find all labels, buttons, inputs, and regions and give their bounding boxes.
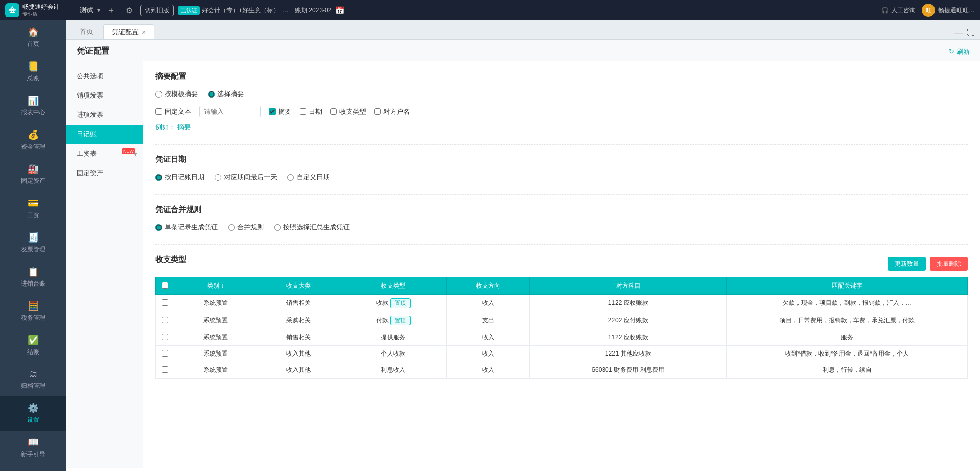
left-nav-sales-invoice[interactable]: 销项发票	[66, 86, 143, 105]
funds-icon: 💰	[28, 129, 39, 140]
cb-fixed-text-input[interactable]	[155, 108, 162, 115]
left-nav-purchase-invoice[interactable]: 进项发票	[66, 105, 143, 125]
sidebar-item-close-period[interactable]: ✅ 结账	[0, 328, 66, 363]
left-nav-fixed-assets[interactable]: 固定资产	[66, 163, 143, 183]
radio-journal-date[interactable]: 按日记账日期	[155, 173, 204, 182]
row-checkbox[interactable]	[162, 350, 168, 357]
workspace-dropdown[interactable]: ▾	[97, 7, 100, 14]
inner-layout: 公共选项 销项发票 进项发票 日记账 工资表 NEW ▾ 固定资产 摘要配置	[66, 61, 980, 468]
username-label: 畅捷通旺旺…	[938, 6, 975, 15]
user-area[interactable]: 旺 畅捷通旺旺…	[922, 4, 975, 17]
row-checkbox[interactable]	[162, 299, 168, 306]
td-type: 收款 置顶	[340, 295, 446, 312]
td-big-type: 销售相关	[257, 329, 340, 346]
th-keywords: 匹配关键字	[727, 277, 968, 295]
td-big-type: 销售相关	[257, 295, 340, 312]
cb-date[interactable]: 日期	[300, 107, 322, 116]
th-subject: 对方科目	[530, 277, 727, 295]
calendar-icon[interactable]: 📅	[335, 6, 344, 14]
radio-period-last[interactable]: 对应期间最后一天	[215, 173, 277, 182]
td-type: 付款 置顶	[340, 312, 446, 329]
top-tag-button[interactable]: 置顶	[390, 316, 411, 325]
cb-fixed-text[interactable]: 固定文本	[155, 107, 191, 116]
sidebar-item-archive[interactable]: 🗂 归档管理	[0, 363, 66, 396]
sidebar-item-label: 进销台账	[21, 279, 45, 288]
td-subject: 2202 应付账款	[530, 312, 727, 329]
sidebar-item-home[interactable]: 🏠 首页	[0, 20, 66, 55]
cb-summary-input[interactable]	[269, 108, 276, 115]
logo: 会 畅捷通好会计 专业版	[5, 3, 72, 18]
radio-template-input[interactable]	[155, 91, 162, 98]
left-nav-payroll[interactable]: 工资表 NEW ▾	[66, 144, 143, 163]
sidebar-item-settings[interactable]: ⚙️ 设置	[0, 396, 66, 431]
sidebar-item-reports[interactable]: 📊 报表中心	[0, 89, 66, 123]
cb-income-type[interactable]: 收支类型	[330, 107, 366, 116]
cb-summary[interactable]: 摘要	[269, 107, 291, 116]
td-subject: 1122 应收账款	[530, 329, 727, 346]
radio-custom-date-input[interactable]	[287, 174, 294, 181]
refresh-button[interactable]: ↻ 刷新	[949, 47, 970, 56]
select-all-checkbox[interactable]	[162, 282, 168, 289]
tab-voucher-config[interactable]: 凭证配置 ×	[103, 24, 154, 39]
purchase-sales-icon: 📋	[28, 266, 39, 277]
merge-rules-title: 凭证合并规则	[155, 205, 968, 215]
radio-select-label: 选择摘要	[217, 89, 244, 99]
cb-income-type-input[interactable]	[330, 108, 337, 115]
left-nav-public[interactable]: 公共选项	[66, 66, 143, 86]
summary-config-section: 摘要配置 按模板摘要 选择摘要	[155, 72, 968, 132]
table-header-row: 收支类型 更新数量 批量删除	[155, 255, 968, 273]
expand-icon[interactable]: ⛶	[967, 28, 975, 37]
divider-1	[155, 144, 968, 145]
sidebar-item-payroll[interactable]: 💳 工资	[0, 192, 66, 226]
sidebar-item-label: 结账	[27, 348, 39, 357]
sidebar-item-tax[interactable]: 🧮 税务管理	[0, 294, 66, 328]
top-tag-button[interactable]: 置顶	[390, 298, 411, 308]
settings-button[interactable]: ⚙	[123, 5, 136, 16]
sidebar-item-label: 设置	[27, 416, 39, 425]
cb-counterpart-name[interactable]: 对方户名	[374, 107, 410, 116]
radio-template[interactable]: 按模板摘要	[155, 89, 198, 99]
sidebar-item-ledger[interactable]: 📒 总账	[0, 55, 66, 89]
add-button[interactable]: ＋	[104, 4, 119, 17]
td-direction: 收入	[447, 295, 530, 312]
radio-period-last-input[interactable]	[215, 174, 221, 181]
radio-single[interactable]: 单条记录生成凭证	[155, 223, 218, 232]
minimize-icon[interactable]: —	[954, 28, 963, 37]
cb-date-input[interactable]	[300, 108, 306, 115]
invoice-icon: 🧾	[28, 232, 39, 243]
radio-summary[interactable]: 按照选择汇总生成凭证	[274, 223, 350, 232]
td-direction: 收入	[447, 329, 530, 346]
consult-button[interactable]: 🎧 人工咨询	[881, 6, 916, 15]
cb-counterpart-name-input[interactable]	[374, 108, 381, 115]
tab-close-icon[interactable]: ×	[142, 28, 146, 36]
batch-delete-button[interactable]: 批量删除	[930, 257, 968, 271]
sidebar-item-fixed-assets[interactable]: 🏭 固定资产	[0, 157, 66, 192]
payroll-icon: 💳	[28, 198, 39, 209]
left-nav: 公共选项 销项发票 进项发票 日记账 工资表 NEW ▾ 固定资产	[66, 61, 143, 468]
sidebar-item-guide[interactable]: 📖 新手引导	[0, 431, 66, 465]
radio-summary-input[interactable]	[274, 224, 281, 231]
update-count-button[interactable]: 更新数量	[888, 257, 926, 271]
radio-select[interactable]: 选择摘要	[208, 89, 244, 99]
sidebar-item-label: 税务管理	[21, 314, 45, 322]
tab-home[interactable]: 首页	[72, 24, 101, 39]
sidebar-item-invoices[interactable]: 🧾 发票管理	[0, 226, 66, 260]
row-checkbox[interactable]	[162, 366, 168, 373]
switch-version-button[interactable]: 切到旧版	[140, 5, 174, 16]
radio-merge[interactable]: 合并规则	[228, 223, 264, 232]
radio-merge-input[interactable]	[228, 224, 235, 231]
row-checkbox[interactable]	[162, 317, 168, 323]
left-nav-journal[interactable]: 日记账	[66, 125, 143, 144]
td-category: 系统预置	[174, 295, 257, 312]
td-category: 系统预置	[174, 312, 257, 329]
sidebar-item-member[interactable]: 👑 畅会员	[0, 465, 66, 471]
radio-select-input[interactable]	[208, 91, 215, 98]
td-checkbox	[156, 329, 174, 346]
radio-journal-date-input[interactable]	[155, 174, 162, 181]
radio-custom-date[interactable]: 自定义日期	[287, 173, 330, 182]
fixed-text-input[interactable]	[199, 106, 261, 117]
row-checkbox[interactable]	[162, 334, 168, 340]
radio-single-input[interactable]	[155, 224, 162, 231]
sidebar-item-purchase-sales[interactable]: 📋 进销台账	[0, 260, 66, 294]
sidebar-item-funds[interactable]: 💰 资金管理	[0, 123, 66, 157]
